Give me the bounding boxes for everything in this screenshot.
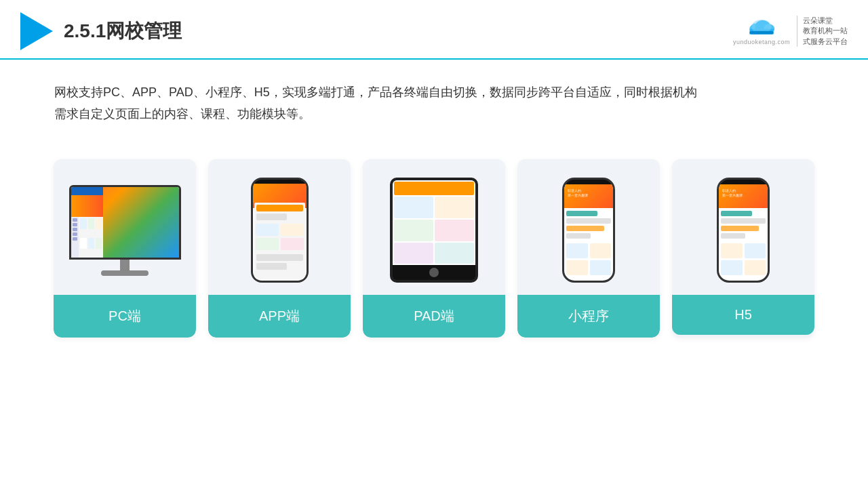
brand-tagline-line1: 教育机构一站 bbox=[803, 26, 848, 36]
svg-rect-5 bbox=[749, 31, 773, 35]
cloud-icon: yunduoketang.com bbox=[733, 17, 790, 45]
h5-image-area: 职进人的第一堂兴趣课 bbox=[672, 159, 814, 295]
description-paragraph: 网校支持PC、APP、PAD、小程序、H5，实现多端打通，产品各终端自由切换，数… bbox=[54, 81, 814, 125]
brand-url: yunduoketang.com bbox=[733, 39, 790, 45]
device-cards-container: PC端 bbox=[0, 139, 868, 358]
miniprogram-image-area: 职进人的第一堂兴趣课 bbox=[517, 159, 660, 295]
pad-card: PAD端 bbox=[363, 159, 505, 338]
h5-label: H5 bbox=[672, 295, 814, 335]
miniprogram-card: 职进人的第一堂兴趣课 小程序 bbox=[517, 159, 660, 338]
app-card: APP端 bbox=[208, 159, 351, 338]
brand-tagline-line2: 式服务云平台 bbox=[803, 37, 848, 47]
miniprogram-label: 小程序 bbox=[517, 295, 660, 338]
description-text: 网校支持PC、APP、PAD、小程序、H5，实现多端打通，产品各终端自由切换，数… bbox=[0, 60, 868, 139]
brand-name: 云朵课堂 bbox=[803, 16, 848, 26]
header-left: 2.5.1网校管理 bbox=[20, 12, 182, 50]
pc-monitor-icon bbox=[69, 185, 181, 276]
pad-label: PAD端 bbox=[363, 295, 505, 338]
app-phone-icon bbox=[251, 178, 309, 283]
pad-image-area bbox=[363, 159, 505, 295]
header: 2.5.1网校管理 yunduoketang.com 云朵课堂 bbox=[0, 0, 868, 60]
app-image-area bbox=[208, 159, 351, 295]
pad-icon bbox=[390, 178, 478, 283]
pc-label: PC端 bbox=[54, 295, 196, 338]
pc-card: PC端 bbox=[54, 159, 196, 338]
logo-triangle-icon bbox=[20, 12, 53, 50]
pc-image-area bbox=[54, 159, 196, 295]
miniprogram-phone-icon: 职进人的第一堂兴趣课 bbox=[562, 178, 615, 283]
page-title: 2.5.1网校管理 bbox=[64, 18, 182, 44]
brand-logo: yunduoketang.com 云朵课堂 教育机构一站 式服务云平台 bbox=[733, 16, 848, 47]
h5-phone-icon: 职进人的第一堂兴趣课 bbox=[717, 178, 770, 283]
header-right: yunduoketang.com 云朵课堂 教育机构一站 式服务云平台 bbox=[733, 16, 848, 47]
brand-tagline: 云朵课堂 教育机构一站 式服务云平台 bbox=[797, 16, 848, 47]
app-label: APP端 bbox=[208, 295, 351, 338]
h5-card: 职进人的第一堂兴趣课 H5 bbox=[672, 159, 814, 338]
